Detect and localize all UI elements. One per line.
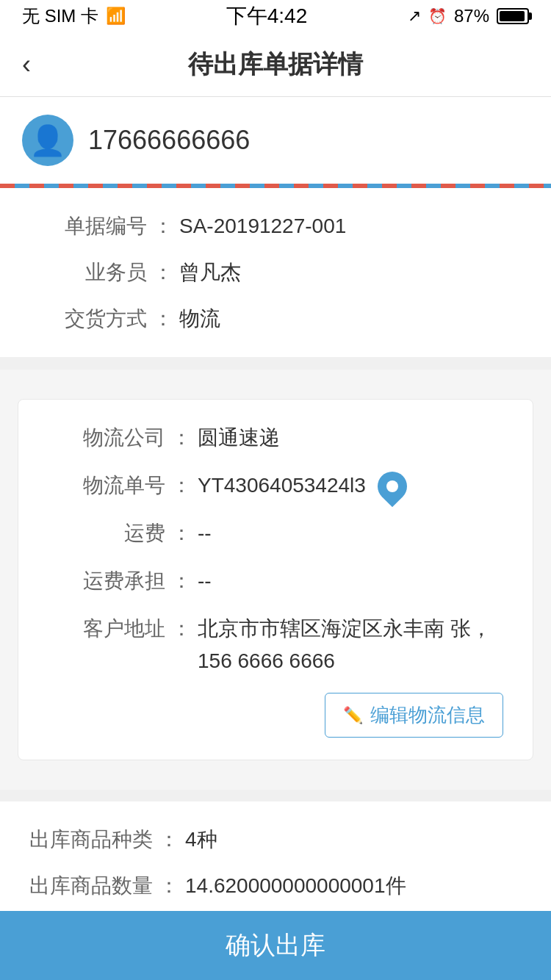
delivery-value: 物流 [179, 303, 522, 336]
salesman-value: 曾凡杰 [179, 256, 522, 289]
company-value: 圆通速递 [198, 422, 503, 455]
edit-icon: ✏️ [343, 706, 363, 725]
freight-value: -- [198, 517, 503, 550]
salesman-colon: ： [153, 256, 173, 289]
edit-logistics-area: ✏️ 编辑物流信息 [48, 693, 503, 738]
order-no-colon: ： [153, 210, 173, 243]
goods-types-value: 4种 [185, 824, 522, 857]
status-time: 下午4:42 [226, 2, 308, 30]
order-no-label: 单据编号 [29, 210, 147, 243]
freight-colon: ： [171, 517, 192, 550]
section-divider-2 [0, 790, 551, 801]
user-header: 👤 17666666666 [0, 97, 551, 184]
company-label: 物流公司 [48, 422, 165, 455]
user-phone: 17666666666 [88, 125, 250, 156]
address-value: 北京市市辖区海淀区永丰南 张，156 6666 6666 [198, 613, 503, 679]
carrier-label: 无 SIM 卡 [22, 4, 98, 28]
logistics-card: 物流公司 ： 圆通速递 物流单号 ： YT43064053424l3 运费 ： … [18, 399, 533, 760]
freight-bear-label: 运费承担 [48, 565, 165, 598]
section-divider-1 [0, 358, 551, 370]
confirm-button[interactable]: 确认出库 [0, 911, 551, 980]
freight-label: 运费 [48, 517, 165, 550]
wifi-icon: 📶 [106, 7, 126, 26]
status-left: 无 SIM 卡 📶 [22, 4, 126, 28]
goods-types-label: 出库商品种类 [29, 824, 153, 857]
alarm-icon: ⏰ [428, 7, 447, 25]
back-button[interactable]: ‹ [15, 42, 38, 87]
freight-bear-row: 运费承担 ： -- [48, 565, 503, 598]
tracking-number: YT43064053424l3 [198, 469, 366, 502]
delivery-label: 交货方式 [29, 303, 147, 336]
delivery-colon: ： [153, 303, 173, 336]
order-info-section: 单据编号 ： SA-20191227-001 业务员 ： 曾凡杰 交货方式 ： … [0, 188, 551, 358]
company-row: 物流公司 ： 圆通速递 [48, 422, 503, 455]
battery-icon [497, 8, 529, 24]
goods-quantity-row: 出库商品数量 ： 14.620000000000001件 [29, 870, 522, 903]
company-colon: ： [171, 422, 192, 455]
goods-quantity-colon: ： [159, 870, 179, 903]
goods-types-row: 出库商品种类 ： 4种 [29, 824, 522, 857]
status-bar: 无 SIM 卡 📶 下午4:42 ↗ ⏰ 87% [0, 0, 551, 32]
goods-quantity-label: 出库商品数量 [29, 870, 153, 903]
salesman-label: 业务员 [29, 256, 147, 289]
address-label: 客户地址 [48, 613, 165, 646]
freight-row: 运费 ： -- [48, 517, 503, 550]
confirm-btn-label: 确认出库 [226, 931, 325, 959]
delivery-row: 交货方式 ： 物流 [29, 303, 522, 336]
address-colon: ： [171, 613, 192, 646]
tracking-colon: ： [171, 469, 192, 502]
freight-bear-value: -- [198, 565, 503, 598]
edit-logistics-label: 编辑物流信息 [370, 702, 485, 728]
tracking-value-container: YT43064053424l3 [198, 469, 503, 502]
tracking-label: 物流单号 [48, 469, 165, 502]
nav-bar: ‹ 待出库单据详情 [0, 32, 551, 97]
logistics-outer: 物流公司 ： 圆通速递 物流单号 ： YT43064053424l3 运费 ： … [0, 370, 551, 790]
address-row: 客户地址 ： 北京市市辖区海淀区永丰南 张，156 6666 6666 [48, 613, 503, 679]
freight-bear-colon: ： [171, 565, 192, 598]
order-no-row: 单据编号 ： SA-20191227-001 [29, 210, 522, 243]
salesman-row: 业务员 ： 曾凡杰 [29, 256, 522, 289]
location-pin-icon[interactable] [372, 465, 414, 507]
status-right: ↗ ⏰ 87% [408, 6, 529, 26]
goods-quantity-value: 14.620000000000001件 [185, 870, 522, 903]
edit-logistics-button[interactable]: ✏️ 编辑物流信息 [325, 693, 503, 738]
battery-percent: 87% [454, 6, 489, 26]
goods-types-colon: ： [159, 824, 179, 857]
location-icon: ↗ [408, 7, 421, 26]
avatar: 👤 [22, 115, 73, 166]
order-no-value: SA-20191227-001 [179, 210, 522, 243]
user-icon: 👤 [29, 123, 66, 158]
page-title: 待出库单据详情 [188, 48, 363, 82]
tracking-row: 物流单号 ： YT43064053424l3 [48, 469, 503, 502]
